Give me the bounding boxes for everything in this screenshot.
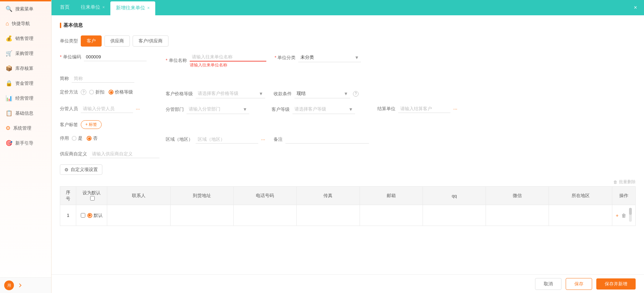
qq-input[interactable]	[426, 213, 482, 218]
tab-new-partner[interactable]: 新增往来单位 ×	[110, 1, 155, 15]
inventory-icon: 📦	[6, 65, 13, 72]
sidebar-item-inventory[interactable]: 📦 库存核算	[0, 61, 51, 76]
settlement-label: 结算单位	[377, 106, 395, 112]
disabled-radio-yes[interactable]: 是	[72, 135, 83, 141]
sidebar-item-system[interactable]: ⚙ 系统管理	[0, 121, 51, 136]
default-cell-wrapper: 默认	[80, 212, 103, 219]
sidebar-item-purchase[interactable]: 🛒 采购管理	[0, 46, 51, 61]
tab-partners-close[interactable]: ×	[102, 5, 105, 10]
dept-label: 分管部门	[166, 106, 184, 113]
unit-category-select[interactable]: 未分类 ▼	[298, 53, 361, 62]
custom-setting-gear-icon: ⚙	[64, 167, 69, 172]
sidebar-item-search[interactable]: 🔍 搜索菜单	[0, 1, 51, 16]
sidebar-item-label: 系统管理	[13, 125, 31, 131]
wechat-input[interactable]	[489, 213, 545, 218]
customer-price-arrow-icon: ▼	[259, 91, 263, 96]
email-input[interactable]	[363, 213, 419, 218]
tab-home[interactable]: 首页	[54, 0, 75, 15]
cancel-button[interactable]: 取消	[535, 278, 561, 290]
cell-seq: 1	[60, 205, 76, 226]
cell-email[interactable]	[360, 205, 423, 226]
row-checkbox[interactable]	[81, 213, 85, 218]
window-close-button[interactable]: ×	[630, 0, 641, 15]
btn-both[interactable]: 客户/供应商	[133, 35, 168, 47]
region-more-btn[interactable]: ···	[261, 137, 265, 142]
customer-level-select[interactable]: 请选择客户等级 ▼	[292, 105, 355, 114]
pricing-help-icon[interactable]: ?	[81, 89, 86, 95]
unit-category-value: 未分类	[300, 54, 314, 60]
cell-qq[interactable]	[423, 205, 486, 226]
customer-price-placeholder: 请选择客户价格等级	[198, 90, 238, 97]
unit-type-btn-group: 客户 供应商 客户/供应商	[81, 35, 168, 47]
pricing-radio-discount[interactable]: 折扣	[89, 89, 104, 95]
tab-home-label: 首页	[60, 4, 70, 10]
abbr-input[interactable]	[72, 74, 134, 83]
region-field: 区域（地区） ···	[166, 135, 265, 144]
payment-terms-select[interactable]: 现结 ▼	[294, 89, 350, 98]
supplier-custom-row: 供应商自定义	[60, 150, 636, 158]
tab-new-partner-label: 新增往来单位	[116, 5, 145, 11]
code-name-category-row: 单位编码 单位名称 请输入往来单位名称 单位分类 未分类 ▼	[60, 53, 636, 68]
batch-delete-button[interactable]: 🗑 批量删除	[613, 179, 636, 185]
btn-customer[interactable]: 客户	[81, 35, 102, 47]
delete-row-button[interactable]: 🗑	[621, 213, 626, 218]
cell-fax[interactable]	[297, 205, 360, 226]
unit-category-field: 单位分类 未分类 ▼	[275, 53, 372, 62]
supplier-custom-label: 供应商自定义	[60, 151, 87, 157]
col-phone: 电话号码	[233, 187, 296, 205]
sidebar-item-label: 新手引导	[15, 140, 33, 146]
address-input[interactable]	[174, 213, 230, 218]
cell-phone[interactable]	[233, 205, 296, 226]
add-row-button[interactable]: +	[616, 213, 619, 218]
phone-input[interactable]	[237, 213, 293, 218]
row-region-input[interactable]	[552, 213, 608, 218]
contact-input[interactable]	[111, 213, 166, 218]
save-and-new-button[interactable]: 保存并新增	[596, 278, 636, 290]
sidebar-item-sales[interactable]: 💰 销售管理	[0, 31, 51, 46]
remarks-input[interactable]	[285, 135, 369, 144]
manager-more-btn[interactable]: ···	[136, 106, 140, 112]
add-tag-button[interactable]: + 标签	[81, 120, 102, 129]
settlement-more-btn[interactable]: ···	[453, 106, 457, 112]
customer-price-select[interactable]: 请选择客户价格等级 ▼	[196, 89, 265, 98]
manager-input[interactable]	[81, 105, 133, 113]
manager-row: 分管人员 ··· 分管部门 请输入分管部门 ▼ 客户等级 请选择客户等级 ▼	[60, 105, 636, 114]
cell-address[interactable]	[170, 205, 233, 226]
disabled-radio-group: 是 否	[72, 135, 97, 141]
unit-code-input[interactable]	[84, 53, 147, 61]
sidebar-item-operations[interactable]: 📊 经营管理	[0, 91, 51, 106]
payment-terms-field: 收款条件 现结 ▼ ?	[274, 89, 371, 98]
scrollbar-thumb[interactable]	[629, 208, 632, 215]
sidebar-item-guide[interactable]: 🎯 新手引导	[0, 136, 51, 150]
dept-select[interactable]: 请输入分管部门 ▼	[187, 105, 249, 114]
supplier-custom-input[interactable]	[90, 150, 159, 158]
expand-icon[interactable]	[17, 282, 24, 289]
unit-name-input[interactable]	[190, 53, 266, 62]
abbr-row: 简称	[60, 74, 636, 83]
tab-new-partner-close[interactable]: ×	[147, 6, 150, 10]
cell-region[interactable]	[549, 205, 612, 226]
sidebar-item-basic-info[interactable]: 📋 基础信息	[0, 106, 51, 121]
region-input[interactable]	[196, 135, 258, 144]
pricing-radio-level[interactable]: 价格等级	[109, 89, 133, 95]
sidebar-item-quick-nav[interactable]: ⌂ 快捷导航	[0, 16, 51, 31]
cell-wechat[interactable]	[486, 205, 549, 226]
cell-contact[interactable]	[107, 205, 170, 226]
payment-terms-arrow-icon: ▼	[344, 91, 348, 96]
sidebar-item-finance[interactable]: 🔒 资金管理	[0, 76, 51, 91]
custom-setting-button[interactable]: ⚙ 自定义项设置	[60, 164, 102, 175]
payment-terms-help-icon[interactable]: ?	[353, 91, 359, 97]
settlement-input[interactable]	[398, 105, 450, 113]
btn-supplier[interactable]: 供应商	[104, 35, 130, 47]
default-radio[interactable]: 默认	[87, 212, 103, 219]
tab-partners[interactable]: 往来单位 ×	[75, 0, 110, 15]
select-all-checkbox[interactable]	[90, 196, 95, 201]
pricing-level-label: 价格等级	[115, 89, 133, 95]
pricing-label: 定价方法	[60, 89, 78, 95]
search-menu-icon: 🔍	[6, 6, 13, 12]
disabled-radio-no[interactable]: 否	[87, 135, 97, 141]
finance-icon: 🔒	[6, 80, 13, 87]
customer-level-label: 客户等级	[272, 106, 290, 113]
fax-input[interactable]	[300, 213, 356, 218]
save-button[interactable]: 保存	[566, 278, 592, 290]
